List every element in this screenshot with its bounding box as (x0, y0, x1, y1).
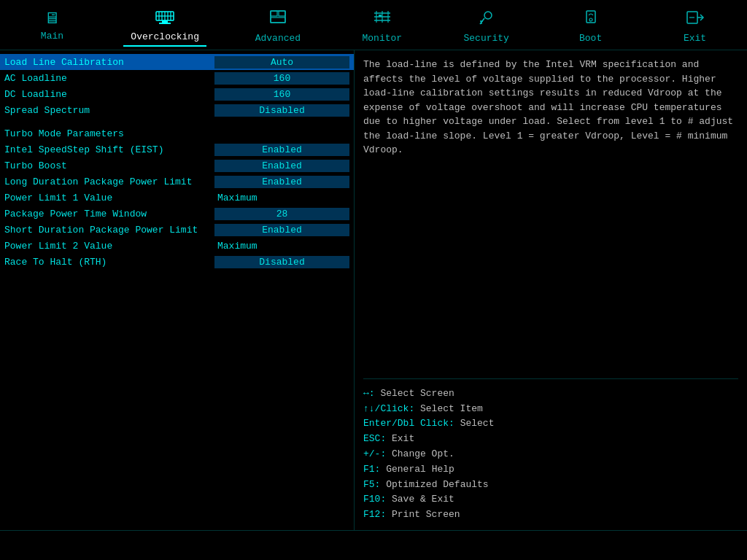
help-line: F5: Optimized Defaults (363, 478, 738, 493)
exit-icon (686, 9, 705, 30)
nav-label-boot: Boot (579, 33, 602, 44)
boot-icon (583, 9, 599, 30)
setting-row-spread-spectrum[interactable]: Spread SpectrumDisabled (0, 102, 354, 118)
setting-name-power-limit-1: Power Limit 1 Value (4, 192, 214, 203)
setting-row-turbo-mode-params[interactable]: Turbo Mode Parameters (0, 125, 354, 141)
nav-label-exit: Exit (684, 33, 706, 44)
nav-item-overclocking[interactable]: Overclocking (123, 6, 206, 47)
help-desc: General Help (386, 464, 454, 475)
setting-row-long-duration-pkg-power[interactable]: Long Duration Package Power LimitEnabled (0, 174, 354, 190)
svg-rect-19 (379, 15, 382, 17)
monitor-icon (373, 9, 392, 30)
main-icon: 🖥 (44, 12, 60, 28)
setting-row-race-to-halt[interactable]: Race To Halt (RTH)Disabled (0, 254, 354, 270)
help-line: F12: Print Screen (363, 508, 738, 523)
bottom-bar (0, 530, 747, 545)
setting-row-dc-loadline[interactable]: DC Loadline160 (0, 86, 354, 102)
setting-name-dc-loadline: DC Loadline (4, 89, 214, 100)
setting-name-short-duration-pkg-power: Short Duration Package Power Limit (4, 225, 214, 236)
setting-value-package-power-time[interactable]: 28 (214, 208, 349, 220)
nav-label-security: Security (463, 33, 508, 44)
setting-row-short-duration-pkg-power[interactable]: Short Duration Package Power LimitEnable… (0, 222, 354, 238)
setting-name-package-power-time: Package Power Time Window (4, 209, 214, 219)
setting-value-ac-loadline[interactable]: 160 (214, 72, 349, 85)
setting-value-intel-speedstep[interactable]: Enabled (214, 144, 349, 156)
overclocking-icon (155, 9, 175, 28)
help-desc: Save & Exit (392, 494, 454, 505)
svg-point-25 (589, 18, 592, 21)
setting-name-intel-speedstep: Intel SpeedStep Shift (EIST) (4, 144, 214, 155)
help-line: ↑↓/Click: Select Item (363, 402, 738, 417)
setting-name-turbo-mode-params: Turbo Mode Parameters (4, 128, 349, 139)
setting-row-power-limit-2[interactable]: Power Limit 2 ValueMaximum (0, 238, 354, 254)
svg-rect-11 (279, 11, 285, 16)
setting-name-load-line-calibration: Load Line Calibration (4, 57, 214, 68)
nav-item-monitor[interactable]: Monitor (349, 7, 415, 47)
main-content: Load Line CalibrationAutoAC Loadline160D… (0, 50, 747, 530)
help-desc: Select (460, 418, 495, 429)
nav-item-security[interactable]: Security (454, 7, 519, 47)
nav-item-exit[interactable]: Exit (662, 7, 728, 47)
info-divider (363, 378, 738, 379)
svg-rect-8 (159, 23, 171, 24)
setting-row-load-line-calibration[interactable]: Load Line CalibrationAuto (0, 54, 354, 70)
setting-row-power-limit-1[interactable]: Power Limit 1 ValueMaximum (0, 190, 354, 206)
info-description: The load-line is defined by the Intel VR… (363, 58, 738, 371)
help-line: Enter/Dbl Click: Select (363, 416, 738, 432)
info-help: ↔: Select Screen↑↓/Click: Select ItemEnt… (363, 386, 738, 523)
svg-rect-10 (271, 11, 277, 16)
setting-name-spread-spectrum: Spread Spectrum (4, 105, 214, 116)
setting-spacer (0, 118, 354, 125)
help-desc: Change Opt. (392, 448, 454, 459)
setting-name-turbo-boost: Turbo Boost (4, 160, 214, 171)
help-line: F10: Save & Exit (363, 492, 738, 508)
nav-item-advanced[interactable]: Advanced (245, 7, 311, 47)
setting-value-power-limit-1: Maximum (214, 192, 349, 204)
nav-label-advanced: Advanced (255, 33, 301, 44)
nav-label-main: Main (41, 31, 63, 42)
setting-value-long-duration-pkg-power[interactable]: Enabled (214, 176, 349, 188)
setting-name-ac-loadline: AC Loadline (4, 73, 214, 84)
svg-rect-9 (271, 11, 285, 23)
advanced-icon (269, 9, 287, 30)
help-desc: Exit (392, 433, 414, 444)
setting-value-power-limit-2: Maximum (214, 240, 349, 252)
help-key: ESC: (363, 433, 392, 444)
settings-panel: Load Line CalibrationAutoAC Loadline160D… (0, 50, 354, 530)
help-line: +/-: Change Opt. (363, 447, 738, 462)
help-key: ↑↓/Click: (363, 403, 420, 414)
nav-bar: 🖥 Main Overclocking (0, 0, 747, 50)
help-desc: Select Item (420, 403, 483, 414)
help-line: ESC: Exit (363, 432, 738, 447)
help-line: ↔: Select Screen (363, 386, 738, 402)
setting-value-short-duration-pkg-power[interactable]: Enabled (214, 224, 349, 236)
nav-item-main[interactable]: 🖥 Main (19, 9, 85, 44)
setting-row-ac-loadline[interactable]: AC Loadline160 (0, 70, 354, 86)
setting-row-turbo-boost[interactable]: Turbo BoostEnabled (0, 158, 354, 174)
setting-name-power-limit-2: Power Limit 2 Value (4, 241, 214, 252)
setting-row-package-power-time[interactable]: Package Power Time Window28 (0, 206, 354, 222)
nav-label-monitor: Monitor (362, 33, 402, 44)
help-key: F10: (363, 494, 392, 505)
setting-value-load-line-calibration[interactable]: Auto (214, 56, 349, 69)
help-desc: Print Screen (392, 509, 460, 520)
nav-item-boot[interactable]: Boot (558, 7, 624, 47)
setting-name-long-duration-pkg-power: Long Duration Package Power Limit (4, 176, 214, 187)
help-desc: Optimized Defaults (386, 479, 488, 490)
help-key: F5: (363, 479, 386, 490)
setting-value-turbo-boost[interactable]: Enabled (214, 160, 349, 172)
setting-row-intel-speedstep[interactable]: Intel SpeedStep Shift (EIST)Enabled (0, 141, 354, 158)
help-line: F1: General Help (363, 462, 738, 478)
setting-value-dc-loadline[interactable]: 160 (214, 88, 349, 101)
svg-rect-12 (271, 18, 285, 23)
help-key: Enter/Dbl Click: (363, 418, 460, 429)
help-key: ↔: (363, 388, 380, 399)
nav-label-overclocking: Overclocking (131, 31, 199, 42)
help-desc: Select Screen (380, 388, 454, 399)
svg-rect-7 (162, 20, 168, 23)
setting-value-spread-spectrum[interactable]: Disabled (214, 104, 349, 117)
setting-name-race-to-halt: Race To Halt (RTH) (4, 257, 214, 268)
setting-value-race-to-halt[interactable]: Disabled (214, 256, 349, 268)
svg-point-20 (484, 12, 492, 19)
help-key: +/-: (363, 448, 392, 459)
